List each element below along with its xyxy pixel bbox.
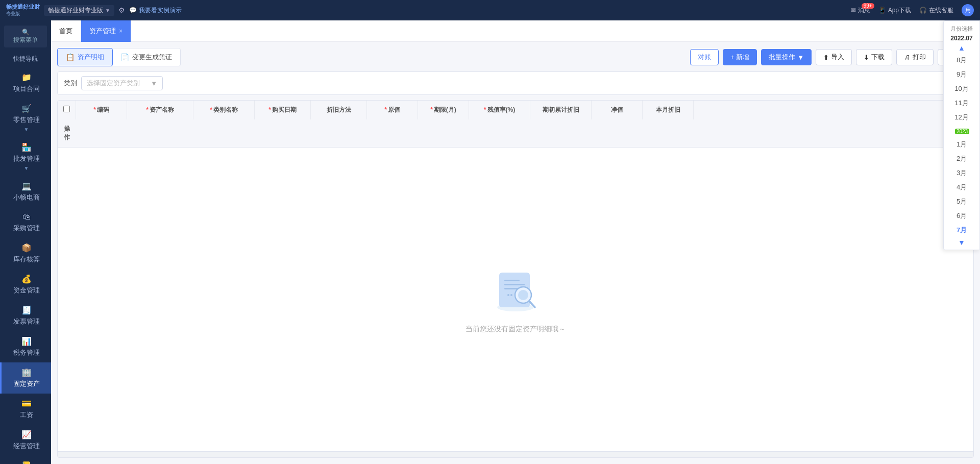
sidebar-item-ledger[interactable]: 📒 总账管理 [0,456,51,464]
th-residual-rate: *残值率(%) [469,101,530,119]
month-panel: 月份选择 2022.07 ▲ 8月 9月 10月 11月 12月 2023 1月… [943,20,980,250]
chevron-down-icon: ▼ [797,54,804,61]
salary-icon: 💳 [21,399,32,408]
tab-home[interactable]: 首页 [51,20,81,42]
month-item-10[interactable]: 10月 [944,82,979,96]
sidebar-item-purchase[interactable]: 🛍 采购管理 [0,207,51,238]
th-code: *编码 [76,101,127,119]
th-opening-depreciation: 期初累计折旧 [530,101,592,119]
horizontal-scrollbar[interactable] [58,451,973,457]
sidebar-item-finance[interactable]: 💰 资金管理 [0,269,51,300]
top-bar-right: ✉ 消息 99+ 📱 App下载 🎧 在线客服 用 [851,4,974,16]
th-original-value: *原值 [367,101,418,119]
select-all-checkbox[interactable] [63,106,70,112]
sidebar: 🔍 搜索菜单 快捷导航 📁 项目合同 🛒 零售管理 ▼ 🏪 批发管理 ▼ 💻 小… [0,20,51,464]
filter-label: 类别 [64,79,77,88]
month-item-6[interactable]: 6月 [944,209,979,223]
tab-bar: 首页 资产管理 × [51,20,980,42]
sidebar-item-label: 税务管理 [13,348,40,357]
filter-placeholder: 选择固定资产类别 [87,79,140,88]
table-header: *编码 *资产名称 *类别名称 *购买日期 折旧方法 *原值 *期限(月) *残… [58,101,973,148]
th-purchase-date: *购买日期 [255,101,311,119]
online-service-button[interactable]: 🎧 在线客服 [919,6,953,15]
assets-icon: 🏢 [21,368,32,377]
message-button[interactable]: ✉ 消息 99+ [851,6,870,15]
month-panel-title: 月份选择 [950,23,973,34]
download-button[interactable]: ⬇ 下载 [856,49,892,65]
app-logo: 畅捷通好业财 专业版 [6,3,40,17]
sidebar-item-tax[interactable]: 📊 税务管理 [0,331,51,362]
month-item-8[interactable]: 8月 [944,53,979,67]
table-body: 当前您还没有固定资产明细哦～ [58,148,973,451]
month-item-5[interactable]: 5月 [944,194,979,209]
year-2023-badge-row: 2023 [944,125,979,137]
month-item-3[interactable]: 3月 [944,166,979,180]
th-category: *类别名称 [193,101,255,119]
sidebar-item-inventory[interactable]: 📦 库存核算 [0,238,51,269]
sidebar-item-invoice[interactable]: 🧾 发票管理 [0,300,51,331]
mobile-icon: 📱 [878,7,886,14]
sidebar-item-label: 资金管理 [13,286,40,295]
user-info[interactable]: 用 [962,4,974,16]
sub-tab-change-voucher[interactable]: 📄 变更生成凭证 [112,48,180,66]
subtab-toolbar-row: 📋 资产明细 📄 变更生成凭证 对账 + 新增 [57,48,974,66]
doc-icon: 📄 [120,53,129,61]
month-item-1[interactable]: 1月 [944,137,979,152]
chevron-down-icon: ▼ [24,127,29,132]
demo-link[interactable]: 💬 我要看实例演示 [129,6,182,15]
sidebar-item-operations[interactable]: 📈 经营管理 [0,425,51,456]
sidebar-quick-nav[interactable]: 快捷导航 [0,51,51,67]
inventory-icon: 📦 [21,243,32,253]
chevron-down-icon: ▼ [151,80,157,87]
tab-asset-management[interactable]: 资产管理 × [81,20,131,42]
tab-close-button[interactable]: × [119,28,122,35]
month-item-2[interactable]: 2月 [944,152,979,166]
category-filter[interactable]: 选择固定资产类别 ▼ [81,76,163,90]
sidebar-item-label: 工资 [20,410,33,420]
company-selector[interactable]: 畅捷通好业财专业版 ▼ [44,5,114,16]
sidebar-item-fixed-assets[interactable]: 🏢 固定资产 [0,362,51,394]
import-button[interactable]: ⬆ 导入 [816,49,852,65]
add-button[interactable]: + 新增 [723,49,757,65]
demo-icon: 💬 [129,7,137,14]
sidebar-item-ecommerce[interactable]: 💻 小畅电商 [0,176,51,207]
reconcile-button[interactable]: 对账 [690,49,719,65]
sidebar-item-label: 经营管理 [13,442,40,451]
list-icon: 📋 [66,53,75,61]
month-item-11[interactable]: 11月 [944,96,979,110]
chevron-down-icon: ▼ [105,8,110,13]
th-operation: 操作 [58,119,76,147]
settings-icon[interactable]: ⚙ [118,6,125,14]
chevron-down-icon: ▼ [24,165,29,171]
svg-rect-1 [504,280,520,281]
message-badge: 99+ [862,3,874,9]
svg-point-7 [507,294,509,296]
app-download-button[interactable]: 📱 App下载 [878,6,911,15]
print-button[interactable]: 🖨 打印 [896,49,934,65]
sidebar-item-wholesale[interactable]: 🏪 批发管理 ▼ [0,137,51,176]
month-item-4[interactable]: 4月 [944,180,979,194]
svg-point-8 [510,294,512,296]
sub-tab-asset-detail[interactable]: 📋 资产明细 [57,48,113,66]
sidebar-item-label: 库存核算 [13,255,40,264]
sidebar-search[interactable]: 🔍 搜索菜单 [4,26,47,47]
main-layout: 🔍 搜索菜单 快捷导航 📁 项目合同 🛒 零售管理 ▼ 🏪 批发管理 ▼ 💻 小… [0,20,980,464]
month-item-7-selected[interactable]: 7月 [944,223,979,237]
sub-tabs: 📋 资产明细 📄 变更生成凭证 [57,48,181,66]
sidebar-item-retail[interactable]: 🛒 零售管理 ▼ [0,99,51,137]
sidebar-item-label: 项目合同 [13,84,40,93]
month-item-12[interactable]: 12月 [944,110,979,125]
th-net-value: 净值 [592,101,643,119]
sidebar-item-salary[interactable]: 💳 工资 [0,394,51,425]
month-panel-down-arrow[interactable]: ▼ [958,237,965,248]
batch-ops-button[interactable]: 批量操作 ▼ [761,49,812,65]
ledger-icon: 📒 [21,461,32,464]
month-panel-up-arrow[interactable]: ▲ [958,43,965,53]
sidebar-item-project[interactable]: 📁 项目合同 [0,67,51,99]
month-item-9[interactable]: 9月 [944,67,979,82]
th-asset-name: *资产名称 [127,101,193,119]
wholesale-icon: 🏪 [21,142,32,152]
th-period: *期限(月) [418,101,469,119]
empty-text: 当前您还没有固定资产明细哦～ [465,325,566,334]
th-monthly-depreciation: 本月折旧 [643,101,694,119]
